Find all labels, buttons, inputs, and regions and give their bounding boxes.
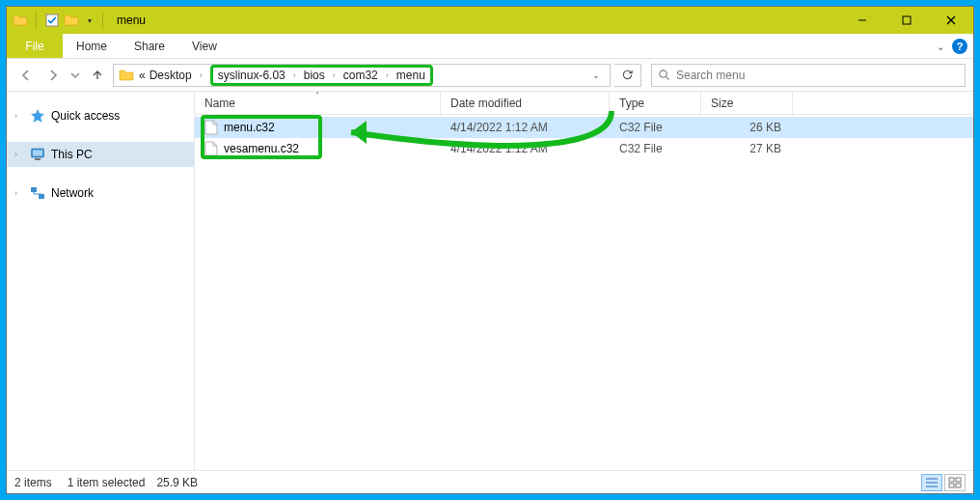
address-dropdown-icon[interactable]: ⌄	[586, 70, 606, 80]
status-selection: 1 item selected	[68, 476, 146, 489]
expand-icon[interactable]: ›	[14, 188, 17, 198]
status-bar: 2 items 1 item selected 25.9 KB	[7, 470, 973, 493]
file-size: 26 KB	[701, 121, 793, 134]
svg-rect-17	[949, 484, 954, 487]
tab-share[interactable]: Share	[121, 34, 178, 58]
svg-rect-2	[903, 16, 911, 24]
view-thumbnails-button[interactable]	[944, 474, 966, 491]
window-title: menu	[117, 14, 146, 27]
minimize-button[interactable]	[840, 7, 885, 34]
file-size: 27 KB	[701, 142, 793, 155]
ribbon: File Home Share View ⌄ ?	[7, 34, 973, 59]
nav-up-button[interactable]	[86, 64, 109, 87]
expand-icon[interactable]: ›	[14, 150, 17, 159]
file-icon	[204, 120, 218, 135]
column-headers: ˄ Name Date modified Type Size	[195, 92, 973, 115]
svg-rect-10	[31, 187, 37, 192]
status-item-count: 2 items	[14, 476, 52, 489]
chevron-right-icon[interactable]: ›	[333, 70, 336, 80]
explorer-window: ▾ menu File Home Share View ⌄ ? « Des	[6, 6, 974, 494]
network-icon	[30, 185, 45, 201]
help-icon[interactable]: ?	[952, 39, 967, 54]
table-row[interactable]: vesamenu.c32 4/14/2022 1:12 AM C32 File …	[195, 138, 973, 159]
status-selection-size: 25.9 KB	[156, 476, 198, 489]
tab-view[interactable]: View	[178, 34, 231, 58]
refresh-button[interactable]	[614, 64, 641, 87]
folder-title-icon	[64, 13, 79, 28]
breadcrumb-syslinux[interactable]: syslinux-6.03	[218, 69, 286, 82]
svg-rect-15	[949, 478, 954, 482]
table-row[interactable]: menu.c32 4/14/2022 1:12 AM C32 File 26 K…	[195, 117, 973, 138]
this-pc-icon	[30, 147, 45, 162]
file-list: menu.c32 4/14/2022 1:12 AM C32 File 26 K…	[195, 115, 973, 159]
file-name: menu.c32	[224, 121, 275, 134]
maximize-button[interactable]	[885, 7, 929, 34]
address-bar[interactable]: « Desktop › syslinux-6.03 › bios › com32…	[113, 64, 611, 87]
chevron-right-icon[interactable]: ›	[200, 70, 203, 80]
chevron-right-icon[interactable]: ›	[293, 70, 296, 80]
file-date: 4/14/2022 1:12 AM	[441, 121, 610, 134]
column-size[interactable]: Size	[701, 92, 793, 114]
column-type[interactable]: Type	[610, 92, 701, 114]
column-name[interactable]: ˄ Name	[195, 92, 441, 114]
file-name: vesamenu.c32	[224, 142, 299, 155]
nav-label: This PC	[51, 148, 93, 161]
svg-rect-9	[35, 158, 41, 160]
file-view: ˄ Name Date modified Type Size menu.c32 …	[195, 92, 973, 470]
svg-rect-8	[33, 151, 42, 156]
view-details-button[interactable]	[921, 474, 942, 491]
file-type: C32 File	[610, 142, 701, 155]
svg-rect-11	[39, 194, 44, 199]
sort-indicator-icon: ˄	[315, 92, 319, 99]
address-folder-icon	[118, 67, 135, 84]
nav-back-button[interactable]	[14, 64, 38, 87]
breadcrumb-bios[interactable]: bios	[304, 69, 325, 82]
search-placeholder: Search menu	[676, 69, 745, 82]
nav-recent-dropdown[interactable]	[68, 64, 82, 87]
nav-label: Network	[51, 186, 94, 200]
properties-icon[interactable]	[44, 13, 60, 28]
navigation-pane: › Quick access › This PC › Network	[7, 92, 195, 470]
file-date: 4/14/2022 1:12 AM	[441, 142, 610, 155]
svg-line-6	[666, 76, 668, 79]
qat-dropdown-icon[interactable]: ▾	[85, 16, 95, 25]
address-toolbar: « Desktop › syslinux-6.03 › bios › com32…	[7, 59, 973, 92]
nav-forward-button[interactable]	[41, 64, 65, 87]
breadcrumb-com32[interactable]: com32	[343, 69, 378, 82]
nav-quick-access[interactable]: › Quick access	[7, 103, 194, 128]
tab-home[interactable]: Home	[63, 34, 121, 58]
file-type: C32 File	[610, 121, 701, 134]
svg-rect-16	[956, 478, 961, 482]
ribbon-expand-icon[interactable]: ⌄	[937, 42, 944, 52]
nav-this-pc[interactable]: › This PC	[7, 142, 194, 167]
close-button[interactable]	[929, 7, 973, 34]
nav-label: Quick access	[51, 109, 120, 123]
column-date[interactable]: Date modified	[441, 92, 610, 114]
svg-rect-18	[956, 484, 961, 487]
nav-network[interactable]: › Network	[7, 181, 194, 206]
breadcrumb-desktop[interactable]: Desktop	[150, 69, 192, 82]
tab-file[interactable]: File	[7, 34, 63, 58]
file-icon	[204, 141, 218, 156]
search-icon	[658, 69, 670, 81]
breadcrumb-overflow[interactable]: «	[139, 69, 146, 82]
chevron-right-icon[interactable]: ›	[386, 70, 389, 80]
quick-access-icon	[30, 108, 45, 124]
breadcrumb-menu[interactable]: menu	[396, 69, 425, 82]
expand-icon[interactable]: ›	[14, 111, 17, 121]
breadcrumb-highlight-annotation: syslinux-6.03 › bios › com32 › menu	[210, 65, 433, 86]
title-bar: ▾ menu	[7, 7, 973, 34]
explorer-icon	[13, 13, 28, 28]
svg-point-5	[660, 70, 667, 77]
search-input[interactable]: Search menu	[651, 64, 966, 87]
